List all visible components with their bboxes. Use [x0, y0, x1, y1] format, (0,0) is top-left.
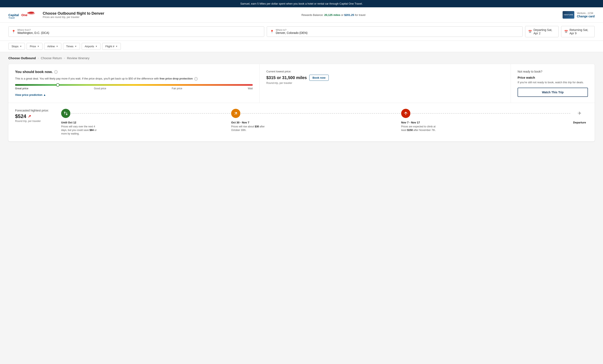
view-price-prediction-button[interactable]: View price prediction ▲ [15, 93, 253, 96]
gauge-indicator [56, 83, 59, 87]
stops-arrow-icon: ▼ [20, 45, 22, 47]
should-book-info-icon[interactable]: i [54, 70, 58, 74]
price-prediction-card: You should book now. i This is a great d… [8, 64, 595, 141]
forecast-dot-row-3 [401, 109, 571, 118]
svg-text:One: One [21, 13, 27, 17]
current-price-label: Current lowest price: [266, 70, 504, 73]
departure-dot-row: ✈ [571, 109, 588, 118]
forecast-item-2: Oct 30 - Nov 7 Prices will rise about $3… [231, 109, 401, 132]
from-field[interactable]: 📍 Where from? Washington, D.C. (DCA) [8, 26, 264, 37]
forecast-timeline: Until Oct 12 Prices will vary over the n… [61, 109, 588, 135]
search-bar: 📍 Where from? Washington, D.C. (DCA) 📍 W… [0, 22, 603, 41]
should-book-desc-text: This is a great deal. You will likely pa… [15, 77, 159, 80]
calendar-icon-departing: 📅 [528, 30, 532, 33]
rewards-balance: Rewards Balance: 20,125 miles or $201.25… [302, 13, 366, 17]
forecast-dot-row-1 [61, 109, 231, 118]
airline-filter[interactable]: Airline ▼ [44, 43, 61, 50]
rewards-label: Rewards Balance: [302, 13, 324, 17]
airports-label: Airports [85, 45, 94, 48]
view-prediction-label: View price prediction [15, 93, 43, 96]
watch-this-trip-button[interactable]: Watch This Trip [518, 88, 588, 97]
departing-field[interactable]: 📅 Departing Sat, Apr 2 [525, 26, 559, 37]
airline-label: Airline [47, 45, 55, 48]
location-icon: 📍 [12, 30, 16, 34]
flight-number-label: Flight # [105, 45, 114, 48]
from-field-content: Where from? Washington, D.C. (DCA) [17, 29, 49, 34]
gauge-labels: Great price Good price Fair price Wait [15, 87, 253, 90]
price-card-top: You should book now. i This is a great d… [8, 64, 595, 103]
dollars-amount: $201.25 [344, 13, 354, 17]
swap-icon [63, 111, 68, 116]
svg-text:Travel: Travel [8, 17, 15, 19]
miles-amount: 20,125 miles [324, 13, 340, 17]
stops-filter[interactable]: Stops ▼ [8, 43, 25, 50]
arrow-up-icon [404, 111, 408, 116]
arrow-up-right-icon [233, 111, 238, 116]
flight-number-filter[interactable]: Flight # ▼ [102, 43, 121, 50]
from-value: Washington, D.C. (DCA) [17, 31, 49, 34]
header: Capital One Travel Choose Outbound fligh… [0, 7, 603, 22]
plane-icon: ✈ [575, 109, 584, 118]
price-label: Price [30, 45, 36, 48]
filter-bar: Stops ▼ Price ▼ Airline ▼ Times ▼ Airpor… [0, 41, 603, 52]
returning-label: Returning [569, 28, 582, 32]
price-up-icon: ↗ [28, 114, 31, 119]
forecast-date-2: Oct 30 - Nov 7 [231, 121, 249, 124]
gauge-label-wait: Wait [248, 87, 253, 90]
breadcrumb-sep-2: › [64, 57, 65, 60]
svg-text:Capital: Capital [8, 13, 19, 17]
price-filter[interactable]: Price ▼ [27, 43, 43, 50]
miles-conjunction: or [341, 13, 344, 17]
timeline-line-3 [411, 113, 570, 114]
forecast-dot-row-2 [231, 109, 401, 118]
forecast-price: $524 ↗ [15, 113, 61, 119]
page-subtitle: Prices are round trip, per traveler [43, 16, 104, 19]
airports-filter[interactable]: Airports ▼ [82, 43, 101, 50]
timeline-line-1 [71, 113, 230, 114]
forecast-desc-2: Prices will rise about $30 after October… [231, 125, 269, 132]
departure-marker: ✈ Departure [571, 109, 588, 125]
to-field-content: Where to? Denver, Colorado (DEN) [276, 29, 308, 34]
breadcrumb-sep-1: › [38, 57, 39, 60]
forecast-item-1: Until Oct 12 Prices will vary over the n… [61, 109, 231, 135]
card-label: VENTURE [564, 14, 573, 16]
gauge-label-great: Great price [15, 87, 28, 90]
to-field[interactable]: 📍 Where to? Denver, Colorado (DEN) [267, 26, 522, 37]
travel-label: for travel [355, 13, 366, 17]
price-protection-info-icon[interactable]: i [194, 77, 198, 80]
breadcrumb-review[interactable]: Review Itinerary [67, 56, 90, 60]
current-price-amount: $315 or 31,500 miles [266, 75, 307, 80]
current-price-panel: Current lowest price: $315 or 31,500 mil… [260, 64, 511, 103]
to-label: Where to? [276, 29, 308, 31]
book-now-button[interactable]: Book now [309, 75, 328, 81]
forecast-label: Forecasted hightest price: [15, 109, 61, 112]
calendar-icon-returning: 📅 [564, 30, 568, 33]
times-filter[interactable]: Times ▼ [63, 43, 80, 50]
airline-arrow-icon: ▼ [56, 45, 58, 47]
forecast-dot-green [61, 109, 70, 118]
timeline-line-2 [241, 113, 400, 114]
current-price-row: $315 or 31,500 miles Book now [266, 75, 504, 81]
change-card-button[interactable]: Change card [577, 15, 595, 18]
logo: Capital One Travel [8, 11, 38, 19]
gauge-track [15, 84, 253, 86]
departing-label: Departing [533, 28, 546, 32]
price-watch-title: Price watch [518, 76, 588, 79]
forecast-date-1: Until Oct 12 [61, 121, 76, 124]
returning-field[interactable]: 📅 Returning Sat, Apr 9 [561, 26, 595, 37]
credit-card-image: VENTURE [563, 11, 574, 19]
departure-label: Departure [573, 121, 586, 124]
from-label: Where from? [17, 29, 49, 31]
stops-label: Stops [12, 45, 18, 48]
departing-content: Departing Sat, Apr 2 [533, 28, 556, 35]
should-book-section: You should book now. i [15, 70, 253, 74]
card-name: Venture...1234 [577, 12, 595, 15]
breadcrumb-return[interactable]: Choose Return [41, 56, 62, 60]
header-title: Choose Outbound flight to Denver Prices … [43, 11, 104, 19]
price-gauge: Great price Good price Fair price Wait [15, 84, 253, 90]
banner-text: Samuel, earn 5 Miles per dollar spent wh… [240, 2, 363, 5]
destination-icon: 📍 [270, 30, 274, 34]
forecast-price-amount: $524 [15, 113, 26, 119]
forecast-dot-red [401, 109, 410, 118]
breadcrumb-outbound[interactable]: Choose Outbound [8, 56, 36, 60]
